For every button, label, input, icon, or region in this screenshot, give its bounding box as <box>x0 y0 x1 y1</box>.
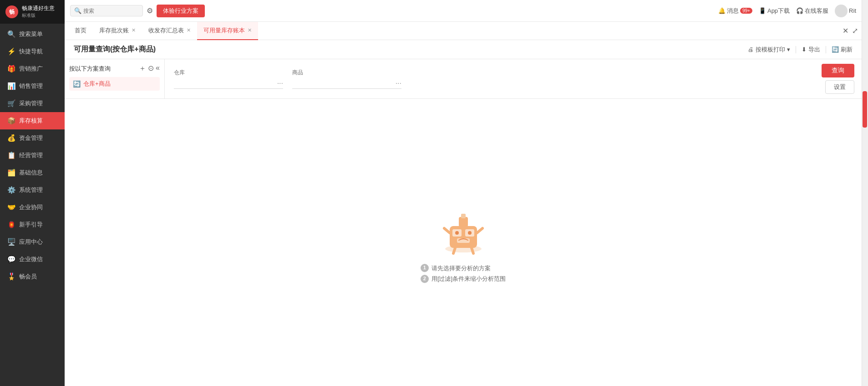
tabs-bar: 首页 库存批次账 ✕ 收发存汇总表 ✕ 可用量库存账本 ✕ ✕ ⤢ <box>65 22 862 40</box>
empty-tips: 1 请先选择要分析的方案 2 用[过滤]条件来缩小分析范围 <box>421 263 506 284</box>
divider-2 <box>826 46 826 53</box>
tab-available-ledger-close[interactable]: ✕ <box>248 27 252 33</box>
warehouse-dots-icon[interactable]: ··· <box>277 79 283 87</box>
trial-button[interactable]: 体验行业方案 <box>157 5 205 17</box>
sidebar-item-wechat[interactable]: 💬 企业微信 <box>0 251 65 268</box>
tab-batch-ledger-close[interactable]: ✕ <box>132 27 136 33</box>
sidebar-item-member[interactable]: 🎖️ 畅会员 <box>0 268 65 285</box>
scheme-settings-button[interactable]: ⊙ <box>148 64 154 73</box>
sidebar-item-search[interactable]: 🔍 搜索菜单 <box>0 26 65 43</box>
tab-batch-ledger[interactable]: 库存批次账 ✕ <box>93 22 142 40</box>
finance-icon: 💰 <box>7 134 15 142</box>
svg-line-10 <box>472 248 473 253</box>
sidebar: 畅 畅康通好生意 标准版 🔍 搜索菜单 ⚡ 快捷导航 🎁 营销推广 📊 销售管理… <box>0 0 65 386</box>
warehouse-input[interactable] <box>174 80 274 87</box>
sidebar-item-label-finance: 资金管理 <box>19 134 43 142</box>
sidebar-item-shortcut[interactable]: ⚡ 快捷导航 <box>0 43 65 60</box>
main-area: 🔍 ⚙ 体验行业方案 🔔 消息 99+ 📱 App下载 🎧 在线客服 Rit <box>65 0 862 386</box>
tab-available-ledger[interactable]: 可用量库存账本 ✕ <box>197 22 258 40</box>
scheme-item-warehouse-product[interactable]: 🔄 仓库+商品 <box>69 77 160 91</box>
topbar-search-box[interactable]: 🔍 <box>70 5 143 16</box>
sidebar-item-label-purchase: 采购管理 <box>19 99 43 108</box>
message-button[interactable]: 🔔 消息 99+ <box>718 7 752 15</box>
settings-icon[interactable]: ⚙ <box>147 6 153 15</box>
message-badge: 99+ <box>740 8 752 14</box>
sidebar-item-label-inventory: 库存核算 <box>19 117 43 125</box>
sidebar-item-finance[interactable]: 💰 资金管理 <box>0 129 65 147</box>
app-download-button[interactable]: 📱 App下载 <box>759 7 790 15</box>
avatar <box>835 5 848 17</box>
add-scheme-button[interactable]: ＋ <box>139 64 146 73</box>
svg-line-8 <box>477 228 482 233</box>
product-dots-icon[interactable]: ··· <box>396 79 401 87</box>
sidebar-company-name: 畅康通好生意 <box>22 5 55 12</box>
appstore-icon: 🖥️ <box>7 238 15 246</box>
sidebar-item-purchase[interactable]: 🛒 采购管理 <box>0 95 65 112</box>
sidebar-item-label-member: 畅会员 <box>19 273 37 281</box>
marketing-icon: 🎁 <box>7 65 15 73</box>
tab-home-label: 首页 <box>75 26 86 35</box>
svg-point-12 <box>468 231 472 235</box>
query-panel: 按以下方案查询 ＋ ⊙ « 🔄 仓库+商品 仓库 <box>65 59 862 99</box>
print-label: 按模板打印 <box>756 46 785 54</box>
sidebar-logo: 畅 <box>5 5 18 18</box>
warehouse-input-wrap[interactable]: ··· <box>174 78 283 89</box>
tab-batch-ledger-label: 库存批次账 <box>99 26 129 35</box>
app-label: App下载 <box>767 7 790 15</box>
print-button[interactable]: 🖨 按模板打印 ▾ <box>748 46 790 54</box>
message-label: 消息 <box>727 7 739 15</box>
close-window-icon[interactable]: ✕ <box>843 26 848 35</box>
refresh-button[interactable]: 🔄 刷新 <box>832 46 853 54</box>
bell-icon: 🔔 <box>718 7 726 14</box>
settings-button[interactable]: 设置 <box>825 80 854 94</box>
export-button[interactable]: ⬇ 导出 <box>802 46 820 54</box>
user-avatar[interactable]: Rit <box>835 5 856 17</box>
sidebar-item-enterprise[interactable]: 🤝 企业协同 <box>0 199 65 216</box>
sidebar-item-label-newbie: 新手引导 <box>19 221 43 229</box>
search-icon: 🔍 <box>74 7 81 14</box>
product-input-wrap[interactable]: ··· <box>292 78 401 89</box>
sidebar-item-appstore[interactable]: 🖥️ 应用中心 <box>0 233 65 251</box>
sidebar-item-basic[interactable]: 🗂️ 基础信息 <box>0 164 65 181</box>
tab-receipt-summary[interactable]: 收发存汇总表 ✕ <box>142 22 197 40</box>
tab-home[interactable]: 首页 <box>68 22 93 40</box>
search-input[interactable] <box>83 8 129 14</box>
headset-icon: 🎧 <box>796 7 803 14</box>
system-icon: ⚙️ <box>7 186 15 194</box>
svg-line-7 <box>444 228 450 233</box>
content-area: 可用量查询(按仓库+商品) 🖨 按模板打印 ▾ ⬇ 导出 🔄 刷新 <box>65 40 862 386</box>
sidebar-item-newbie[interactable]: 🏮 新手引导 <box>0 216 65 233</box>
product-input[interactable] <box>292 80 393 87</box>
member-icon: 🎖️ <box>7 273 15 281</box>
tab-receipt-summary-close[interactable]: ✕ <box>187 27 191 33</box>
sidebar-item-label-search: 搜索菜单 <box>19 30 43 38</box>
product-field: 商品 ··· <box>292 69 401 89</box>
sidebar-header: 畅 畅康通好生意 标准版 <box>0 0 65 24</box>
query-button[interactable]: 查询 <box>822 64 854 77</box>
sidebar-item-inventory[interactable]: 📦 库存核算 <box>0 112 65 129</box>
mobile-icon: 📱 <box>759 7 766 14</box>
topbar-right: 🔔 消息 99+ 📱 App下载 🎧 在线客服 Rit <box>718 5 856 17</box>
tab-available-ledger-label: 可用量库存账本 <box>203 26 245 35</box>
scrollbar-thumb[interactable] <box>863 91 867 128</box>
basic-icon: 🗂️ <box>7 169 15 177</box>
tip-item-1: 1 请先选择要分析的方案 <box>421 263 506 273</box>
sidebar-item-sales[interactable]: 📊 销售管理 <box>0 77 65 95</box>
sidebar-item-system[interactable]: ⚙️ 系统管理 <box>0 181 65 199</box>
customer-service-button[interactable]: 🎧 在线客服 <box>796 7 828 15</box>
refresh-label: 刷新 <box>841 46 853 54</box>
query-actions: 查询 设置 <box>814 59 862 98</box>
expand-window-icon[interactable]: ⤢ <box>852 26 858 35</box>
svg-point-11 <box>455 231 459 235</box>
page-actions: 🖨 按模板打印 ▾ ⬇ 导出 🔄 刷新 <box>748 46 853 54</box>
scheme-collapse-button[interactable]: « <box>156 64 160 73</box>
sidebar-edition: 标准版 <box>22 12 55 19</box>
sidebar-item-marketing[interactable]: 🎁 营销推广 <box>0 60 65 77</box>
right-scrollbar[interactable] <box>862 0 868 386</box>
tip-text-2: 用[过滤]条件来缩小分析范围 <box>431 273 506 284</box>
export-label: 导出 <box>808 46 820 54</box>
print-icon: 🖨 <box>748 46 754 53</box>
sidebar-item-operation[interactable]: 📋 经营管理 <box>0 147 65 164</box>
tip-num-1: 1 <box>421 264 429 272</box>
sidebar-item-label-marketing: 营销推广 <box>19 65 43 73</box>
